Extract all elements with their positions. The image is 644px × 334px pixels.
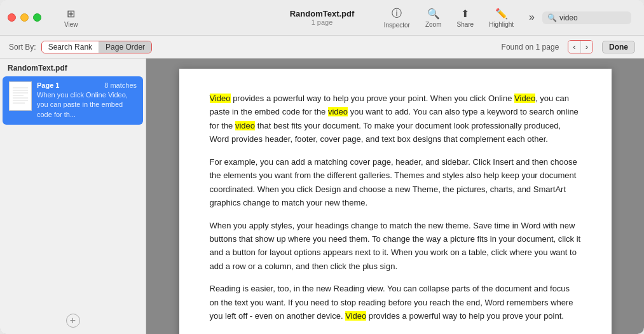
file-pages: 1 page <box>312 18 333 26</box>
main-area: RandomText.pdf Pa <box>0 59 644 334</box>
paragraph-1: Video provides a powerful way to help yo… <box>210 92 581 146</box>
titlebar: ⊞ View RandomText.pdf 1 page ⓘ Inspector… <box>0 0 644 36</box>
sort-bar: Sort By: Search Rank Page Order Found on… <box>0 36 644 59</box>
doc-area: Video provides a powerful way to help yo… <box>146 59 644 334</box>
search-icon: 🔍 <box>547 13 557 22</box>
app-window: ⊞ View RandomText.pdf 1 page ⓘ Inspector… <box>0 0 644 334</box>
highlight-label: Highlight <box>489 21 514 28</box>
doc-page: Video provides a powerful way to help yo… <box>179 69 612 334</box>
add-page-button[interactable]: + <box>0 307 146 334</box>
highlight-video-5: Video <box>345 311 366 321</box>
close-button[interactable] <box>8 13 16 22</box>
highlight-video-1: Video <box>210 94 231 103</box>
page-thumbnail <box>9 81 32 111</box>
sidebar-page-label: Page 1 <box>37 81 59 89</box>
paragraph-3: When you apply styles, your headings cha… <box>210 219 581 274</box>
prev-button[interactable]: ‹ <box>568 41 580 53</box>
highlight-icon: ✏️ <box>495 8 508 20</box>
found-text: Found on 1 page <box>502 43 559 52</box>
sidebar-item-header: Page 1 8 matches <box>37 81 137 89</box>
highlight-video-4: video <box>235 121 255 130</box>
inspector-tool[interactable]: ⓘ Inspector <box>376 4 418 31</box>
zoom-tool[interactable]: 🔍 Zoom <box>418 5 449 31</box>
inspector-icon: ⓘ <box>392 7 402 20</box>
minimize-button[interactable] <box>20 13 29 22</box>
view-icon: ⊞ <box>67 8 75 20</box>
sidebar-item-page1[interactable]: Page 1 8 matches When you click Online V… <box>3 76 143 125</box>
paragraph-4: Reading is easier, too, in the new Readi… <box>210 282 581 323</box>
more-icon: » <box>529 11 535 23</box>
search-rank-button[interactable]: Search Rank <box>42 41 99 53</box>
search-input[interactable] <box>559 13 623 22</box>
titlebar-center: RandomText.pdf 1 page <box>290 9 355 26</box>
highlight-video-2: Video <box>514 94 535 103</box>
maximize-button[interactable] <box>33 13 41 22</box>
zoom-label: Zoom <box>425 21 442 28</box>
sidebar: RandomText.pdf Pa <box>0 59 146 334</box>
view-label: View <box>64 21 78 28</box>
share-icon: ⬆ <box>461 8 469 20</box>
nav-buttons: ‹ › <box>568 40 593 53</box>
page-order-button[interactable]: Page Order <box>99 41 151 53</box>
view-tool[interactable]: ⊞ View <box>57 5 86 31</box>
sort-group: Search Rank Page Order <box>41 41 152 53</box>
sidebar-matches-badge: 8 matches <box>104 81 137 89</box>
more-tools[interactable]: » <box>521 9 542 27</box>
highlight-tool[interactable]: ✏️ Highlight <box>481 5 521 31</box>
add-icon: + <box>66 314 80 328</box>
share-tool[interactable]: ⬆ Share <box>449 5 481 31</box>
paragraph-2: For example, you can add a matching cove… <box>210 155 581 210</box>
traffic-lights <box>8 13 41 22</box>
share-label: Share <box>456 21 474 28</box>
highlight-video-3: video <box>328 107 348 116</box>
search-bar[interactable]: 🔍 <box>542 11 631 24</box>
inspector-label: Inspector <box>384 22 410 29</box>
sidebar-preview-text: When you click Online Video, you can pas… <box>37 90 137 120</box>
sort-by-label: Sort By: <box>9 43 36 52</box>
sidebar-file-name: RandomText.pdf <box>0 59 146 75</box>
sidebar-item-content: Page 1 8 matches When you click Online V… <box>37 81 137 120</box>
done-button[interactable]: Done <box>602 41 635 53</box>
next-button[interactable]: › <box>580 41 593 53</box>
file-name: RandomText.pdf <box>290 9 355 18</box>
zoom-icon: 🔍 <box>427 8 440 20</box>
paragraph-5: When you click Online Video, you can pas… <box>210 332 581 334</box>
